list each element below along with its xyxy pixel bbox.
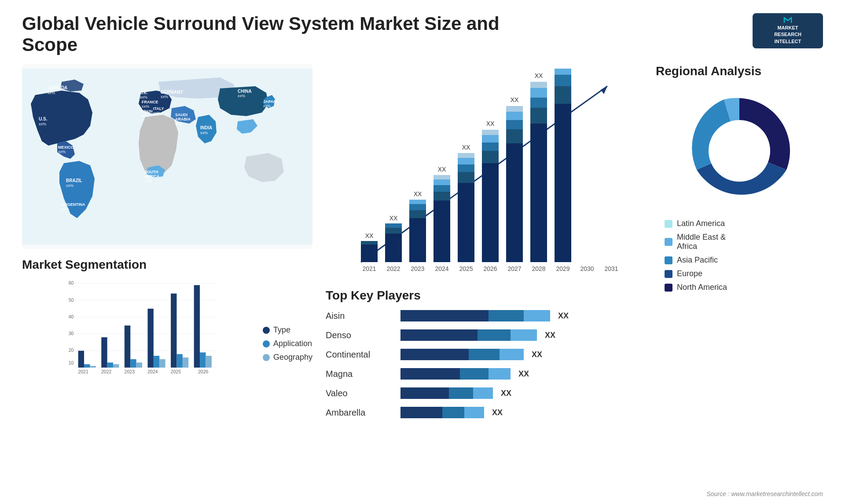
- svg-rect-47: [409, 218, 426, 262]
- svg-text:XX: XX: [535, 72, 543, 79]
- svg-text:2022: 2022: [101, 369, 112, 374]
- legend-type: Type: [263, 325, 312, 335]
- aisin-bar-row: XX: [400, 309, 643, 322]
- eu-dot: [665, 270, 672, 278]
- us-label: U.S.: [39, 117, 48, 121]
- svg-rect-14: [78, 351, 84, 368]
- china-label: CHINA: [238, 89, 252, 94]
- svg-rect-71: [506, 129, 523, 143]
- safrica-label: SOUTH: [144, 170, 158, 174]
- player-continental: Continental: [326, 348, 383, 361]
- svg-text:30: 30: [69, 331, 74, 336]
- segmentation-inner: 60 50 40 30 20 10: [22, 278, 312, 375]
- svg-rect-17: [101, 337, 107, 368]
- italy-label: ITALY: [153, 106, 164, 111]
- svg-marker-0: [784, 17, 792, 23]
- france-label: FRANCE: [142, 100, 158, 104]
- svg-text:2031: 2031: [604, 265, 618, 272]
- legend-app-label: Application: [273, 339, 312, 348]
- mexico-val: xx%: [58, 150, 66, 154]
- svg-text:2026: 2026: [198, 369, 209, 374]
- svg-rect-68: [482, 130, 499, 135]
- denso-bar: [400, 329, 537, 341]
- aisin-bar: [400, 310, 550, 321]
- regional-title: Regional Analysis: [656, 64, 823, 78]
- svg-rect-62: [458, 153, 474, 158]
- svg-rect-56: [434, 175, 450, 179]
- svg-rect-19: [113, 364, 119, 368]
- segmentation-title: Market Segmentation: [22, 258, 312, 272]
- svg-text:2030: 2030: [580, 265, 594, 272]
- player-denso: Denso: [326, 329, 383, 342]
- regional-chart: Latin America Middle East &Africa Asia P…: [656, 89, 823, 292]
- uk-label: U.K.: [140, 91, 148, 95]
- svg-rect-76: [530, 124, 547, 262]
- magna-label: XX: [518, 369, 529, 379]
- map-svg: CANADA xx% U.S. xx% MEXICO xx% BRAZIL xx…: [22, 64, 312, 249]
- svg-rect-52: [434, 201, 450, 262]
- argentina-label: ARGENTINA: [62, 202, 85, 207]
- argentina-val: xx%: [62, 207, 69, 211]
- donut-svg: [678, 89, 801, 212]
- svg-rect-24: [154, 356, 159, 368]
- svg-text:2024: 2024: [435, 265, 448, 272]
- segmentation-chart: 60 50 40 30 20 10: [22, 278, 254, 375]
- magna-bar: [400, 368, 511, 380]
- mexico-label: MEXICO: [58, 145, 74, 150]
- svg-rect-60: [458, 164, 474, 172]
- svg-rect-83: [555, 86, 571, 104]
- svg-rect-41: [361, 241, 378, 245]
- svg-rect-84: [555, 75, 571, 86]
- safrica-label2: AFRICA: [144, 174, 159, 179]
- growth-chart: XX XX XX: [326, 69, 643, 280]
- india-label: INDIA: [200, 125, 212, 130]
- center-panel: XX XX XX: [312, 64, 656, 489]
- continental-bar-row: XX: [400, 348, 643, 361]
- page-title: Global Vehicle Surround View System Mark…: [22, 13, 506, 55]
- italy-val: xx%: [153, 111, 161, 115]
- germany-label: GERMANY: [161, 90, 183, 95]
- player-magna: Magna: [326, 367, 383, 380]
- magna-bar-row: XX: [400, 367, 643, 380]
- svg-text:20: 20: [69, 347, 74, 353]
- svg-rect-15: [84, 364, 90, 368]
- brazil-val: xx%: [66, 183, 73, 188]
- svg-rect-85: [555, 69, 571, 75]
- svg-text:XX: XX: [462, 144, 470, 151]
- mea-dot: [665, 238, 672, 246]
- svg-rect-16: [90, 366, 96, 368]
- legend-type-dot: [263, 327, 270, 334]
- svg-rect-50: [409, 200, 426, 204]
- ap-label: Asia Pacific: [677, 256, 718, 265]
- svg-text:2028: 2028: [532, 265, 545, 272]
- legend-europe: Europe: [665, 269, 823, 278]
- denso-label: XX: [545, 331, 555, 340]
- japan-label: JAPAN: [263, 99, 276, 104]
- svg-text:XX: XX: [414, 190, 422, 197]
- legend-geo-label: Geography: [273, 353, 312, 362]
- svg-marker-39: [601, 86, 607, 94]
- svg-rect-72: [506, 120, 523, 129]
- logo-line1: MARKET: [777, 25, 798, 30]
- svg-rect-26: [171, 293, 176, 367]
- seg-svg: 60 50 40 30 20 10: [22, 278, 254, 375]
- top-players-title: Top Key Players: [326, 289, 643, 303]
- canada-label: CANADA: [48, 85, 67, 90]
- svg-text:2025: 2025: [459, 265, 473, 272]
- saudi-label2: ARABIA: [175, 117, 191, 121]
- right-panel: Regional Analysis: [656, 64, 823, 489]
- segmentation-legend: Type Application Geography: [263, 325, 312, 375]
- svg-rect-65: [482, 151, 499, 163]
- svg-rect-64: [482, 163, 499, 262]
- ambarella-bar-row: XX: [400, 406, 643, 419]
- svg-text:2023: 2023: [411, 265, 424, 272]
- svg-rect-18: [107, 362, 113, 367]
- svg-text:2029: 2029: [556, 265, 569, 272]
- svg-text:XX: XX: [511, 96, 519, 103]
- svg-rect-58: [458, 183, 474, 262]
- svg-rect-80: [530, 82, 547, 88]
- header: Global Vehicle Surround View System Mark…: [22, 13, 823, 55]
- china-val: xx%: [238, 94, 245, 98]
- player-valeo: Valeo: [326, 387, 383, 400]
- svg-rect-66: [482, 142, 499, 151]
